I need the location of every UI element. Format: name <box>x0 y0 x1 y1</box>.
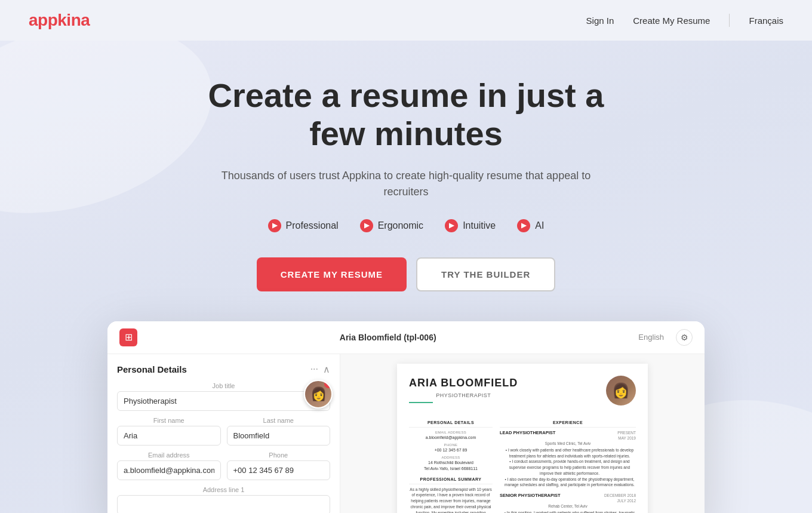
experience-item-2: SENIOR PHYSIOTHERAPIST DECEMBER 2018 JUL… <box>500 493 636 513</box>
personal-details-section-title: PERSONAL DETAILS <box>409 420 493 428</box>
exp1-bullet-1: I work closely with patients and other h… <box>500 447 636 459</box>
feature-label-intuitive: Intuitive <box>463 220 496 231</box>
resume-name-block: ARIA BLOOMFIELD PHYSIOTHERAPIST <box>409 376 518 403</box>
app-header-title: Aria Bloomfield (tpl-006) <box>144 333 631 342</box>
app-header-lang[interactable]: English <box>638 333 664 342</box>
job-title-label: Job title <box>117 382 330 389</box>
nav-lang[interactable]: Français <box>749 16 783 26</box>
resume-address-label: Address <box>409 455 493 460</box>
resume-experience-title: EXPERIENCE <box>500 420 636 428</box>
first-name-field: First name <box>117 417 221 446</box>
first-name-input[interactable] <box>117 426 221 446</box>
exp2-bullet-1: In this position, I worked with patients… <box>500 510 636 513</box>
collapse-icon[interactable]: ∧ <box>323 364 330 375</box>
resume-address-value: 14 Rothschild Boulevard Tel Aviv-Yafo, I… <box>409 460 493 472</box>
resume-photo-avatar: 👩 <box>612 380 630 401</box>
phone-input[interactable] <box>227 460 331 480</box>
exp1-bullet-2: I conduct assessments, provide hands-on … <box>500 459 636 476</box>
exp2-company: Rehab Center, Tel Aviv <box>500 503 636 509</box>
main-nav: Sign In Create My Resume Français <box>586 14 783 27</box>
name-row: First name Last name <box>117 417 330 451</box>
app-preview: Aria Bloomfield (tpl-006) English ⚙ Pers… <box>107 321 705 513</box>
resume-left-col: PERSONAL DETAILS Email address a.bloomfi… <box>409 415 493 513</box>
exp2-start: JULY 2012 <box>604 498 636 503</box>
resume-job-title: PHYSIOTHERAPIST <box>409 392 518 400</box>
nav-create[interactable]: Create My Resume <box>633 16 710 26</box>
resume-document: ARIA BLOOMFIELD PHYSIOTHERAPIST 👩 <box>397 364 648 513</box>
feature-icon-intuitive: ▶ <box>445 219 458 232</box>
section-actions: ··· ∧ <box>310 364 330 375</box>
resume-photo: 👩 <box>606 376 636 406</box>
exp2-role: SENIOR PHYSIOTHERAPIST <box>500 493 561 499</box>
avatar: 👩 <box>310 386 327 402</box>
preview-section: Aria Bloomfield (tpl-006) English ⚙ Pers… <box>12 321 800 513</box>
create-resume-button[interactable]: CREATE MY RESUME <box>257 257 407 291</box>
hero-content: Create a resume in just a few minutes Th… <box>12 76 800 291</box>
avatar-container: 👩 ✕ <box>304 380 333 408</box>
feature-icon-professional: ▶ <box>268 219 281 232</box>
app-logo-icon <box>119 328 137 346</box>
experience-item-1: LEAD PHYSIOTHERAPIST PRESENT MAY 2019 Sp… <box>500 430 636 489</box>
feature-ergonomic: ▶ Ergonomic <box>360 219 423 232</box>
feature-professional: ▶ Professional <box>268 219 339 232</box>
avatar-remove-button[interactable]: ✕ <box>324 380 333 388</box>
nav-divider <box>729 14 730 27</box>
job-title-field: Job title 👩 ✕ <box>117 382 330 411</box>
section-title: Personal Details <box>117 364 187 374</box>
feature-ai: ▶ AI <box>517 219 544 232</box>
feature-intuitive: ▶ Intuitive <box>445 219 496 232</box>
gear-icon[interactable]: ⚙ <box>676 329 693 346</box>
app-header-bar: Aria Bloomfield (tpl-006) English ⚙ <box>107 321 705 354</box>
job-title-input[interactable] <box>117 391 330 411</box>
section-header: Personal Details ··· ∧ <box>117 364 330 375</box>
resume-phone-value: +00 12 345 67 89 <box>409 447 493 453</box>
resume-right-col: EXPERIENCE LEAD PHYSIOTHERAPIST PRESENT … <box>500 415 636 513</box>
feature-label-ai: AI <box>535 220 544 231</box>
cta-row: CREATE MY RESUME TRY THE BUILDER <box>12 257 800 291</box>
resume-email-label: Email address <box>409 430 493 435</box>
address-input[interactable] <box>117 495 330 513</box>
email-label: Email address <box>117 451 221 459</box>
first-name-label: First name <box>117 417 221 424</box>
hero-subtitle: Thousands of users trust Appkina to crea… <box>221 168 591 200</box>
more-options-icon[interactable]: ··· <box>310 364 318 374</box>
feature-icon-ergonomic: ▶ <box>360 219 373 232</box>
logo: appkina <box>29 11 90 30</box>
last-name-field: Last name <box>227 417 331 446</box>
nav-signin[interactable]: Sign In <box>586 16 614 26</box>
hero-section: Create a resume in just a few minutes Th… <box>0 41 812 513</box>
feature-icon-ai: ▶ <box>517 219 530 232</box>
app-body: Personal Details ··· ∧ Job title 👩 ✕ <box>107 354 705 513</box>
page-header: appkina Sign In Create My Resume Françai… <box>0 0 812 41</box>
contact-row: Email address Phone <box>117 451 330 486</box>
exp1-bullet-3: I also oversee the day-to-day operations… <box>500 477 636 489</box>
form-panel: Personal Details ··· ∧ Job title 👩 ✕ <box>107 354 340 513</box>
phone-field: Phone <box>227 451 331 480</box>
exp1-role: LEAD PHYSIOTHERAPIST <box>500 430 555 437</box>
exp2-end: DECEMBER 2018 <box>604 493 636 498</box>
exp1-start: MAY 2019 <box>617 435 636 441</box>
feature-label-professional: Professional <box>286 220 339 231</box>
email-field: Email address <box>117 451 221 480</box>
resume-summary-text: As a highly skilled physiotherapist with… <box>409 487 493 513</box>
resume-panel: ARIA BLOOMFIELD PHYSIOTHERAPIST 👩 <box>340 354 705 513</box>
resume-name: ARIA BLOOMFIELD <box>409 376 518 391</box>
email-input[interactable] <box>117 460 221 480</box>
resume-phone-label: Phone <box>409 443 493 447</box>
feature-label-ergonomic: Ergonomic <box>378 220 423 231</box>
address-label: Address line 1 <box>117 486 330 493</box>
address-field: Address line 1 <box>117 486 330 513</box>
resume-header-block: ARIA BLOOMFIELD PHYSIOTHERAPIST 👩 <box>409 376 636 410</box>
last-name-input[interactable] <box>227 426 331 446</box>
last-name-label: Last name <box>227 417 331 424</box>
features-row: ▶ Professional ▶ Ergonomic ▶ Intuitive ▶… <box>12 219 800 232</box>
exp1-end: PRESENT <box>617 430 636 435</box>
resume-summary-title: PROFESSIONAL SUMMARY <box>409 477 493 484</box>
resume-body: PERSONAL DETAILS Email address a.bloomfi… <box>409 415 636 513</box>
resume-underline <box>409 402 433 403</box>
phone-label: Phone <box>227 451 331 459</box>
try-builder-button[interactable]: TRY THE BUILDER <box>416 257 555 291</box>
hero-title: Create a resume in just a few minutes <box>191 76 621 153</box>
resume-email-value: a.bloomfield@appkina.com <box>409 435 493 441</box>
exp1-company: Sports Med Clinic, Tel Aviv <box>500 441 636 446</box>
